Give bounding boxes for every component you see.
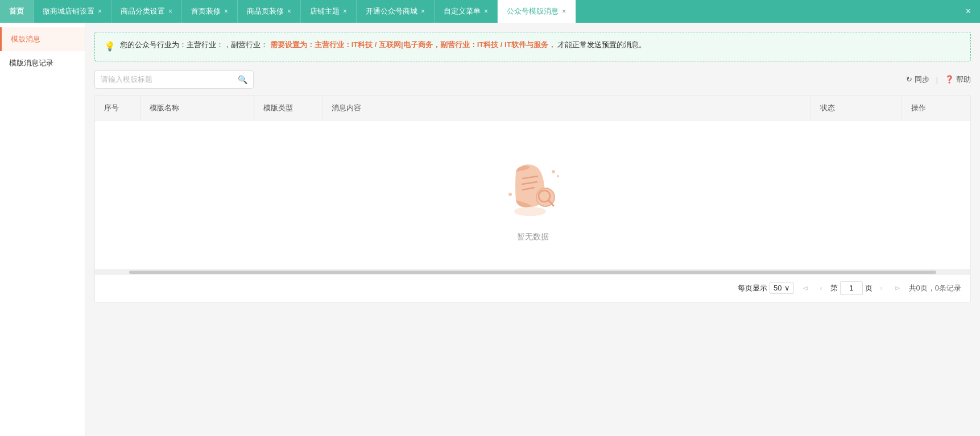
alert-banner: 💡 您的公众号行业为：主营行业：，副营行业： 需要设置为：主营行业：IT科技 /… <box>94 32 971 61</box>
tab-home-decor-label: 首页装修 <box>191 6 221 16</box>
tab-product-decor-label: 商品页装修 <box>247 6 284 16</box>
col-status: 状态 <box>811 96 902 120</box>
toolbar-divider: | <box>936 75 938 84</box>
alert-highlight: 需要设置为：主营行业：IT科技 / 互联网|电子商务，副营行业：IT科技 / I… <box>270 40 556 49</box>
tab-store-settings-close[interactable]: × <box>98 7 102 15</box>
search-input[interactable] <box>101 75 238 84</box>
tab-store-theme-label: 店铺主题 <box>310 6 340 16</box>
sidebar: 模版消息 模版消息记录 <box>0 23 85 436</box>
sidebar-item-template-msg-record-label: 模版消息记录 <box>9 59 53 67</box>
tab-store-settings-label: 微商城店铺设置 <box>43 6 94 16</box>
page-size-chevron-icon: ∨ <box>784 284 790 292</box>
empty-state: 暂无数据 <box>95 121 970 265</box>
svg-point-0 <box>514 207 546 216</box>
page-input[interactable] <box>840 281 863 295</box>
tab-open-mall-close[interactable]: × <box>421 7 425 15</box>
help-label: 帮助 <box>956 74 971 85</box>
data-table: 序号 模版名称 模版类型 消息内容 状态 操作 <box>94 95 971 302</box>
svg-point-7 <box>552 170 555 173</box>
tab-custom-menu-close[interactable]: × <box>484 7 488 15</box>
alert-text: 您的公众号行业为：主营行业：，副营行业： 需要设置为：主营行业：IT科技 / 互… <box>120 39 646 51</box>
page-size-value: 50 <box>774 284 781 292</box>
page-navigation: ⊲ ‹ 第 页 › ⊳ <box>799 281 904 295</box>
help-button[interactable]: ❓ 帮助 <box>945 74 971 85</box>
page-label: 第 <box>830 283 838 293</box>
total-info: 共0页，0条记录 <box>909 283 961 293</box>
tab-template-msg[interactable]: 公众号模版消息 × <box>498 0 576 23</box>
page-last-button[interactable]: ⊳ <box>891 281 904 295</box>
alert-suffix: 才能正常发送预置的消息。 <box>557 40 646 49</box>
page-size-select-box[interactable]: 50 ∨ <box>770 282 793 294</box>
search-icon[interactable]: 🔍 <box>238 75 247 84</box>
pagination: 每页显示 50 ∨ ⊲ ‹ 第 页 › ⊳ 共0页，0条记录 <box>95 274 970 302</box>
page-unit: 页 <box>865 283 873 293</box>
page-size-label: 每页显示 <box>738 283 767 293</box>
tab-product-decor[interactable]: 商品页装修 × <box>238 0 301 23</box>
tab-category-settings[interactable]: 商品分类设置 × <box>111 0 182 23</box>
sync-icon: ↻ <box>906 75 912 84</box>
page-first-button[interactable]: ⊲ <box>799 281 812 295</box>
sync-label: 同步 <box>915 74 929 85</box>
alert-prefix: 您的公众号行业为：主营行业：，副营行业： <box>120 40 268 49</box>
tab-home-decor-close[interactable]: × <box>224 7 228 15</box>
tab-open-mall-label: 开通公众号商城 <box>366 6 417 16</box>
page-next-button[interactable]: › <box>875 281 888 295</box>
tab-template-msg-close[interactable]: × <box>562 7 566 15</box>
col-content: 消息内容 <box>322 96 811 120</box>
svg-point-8 <box>557 175 559 177</box>
tab-store-settings[interactable]: 微商城店铺设置 × <box>34 0 111 23</box>
sidebar-item-template-msg-record[interactable]: 模版消息记录 <box>0 51 85 75</box>
tab-template-msg-label: 公众号模版消息 <box>507 6 559 16</box>
bulb-icon: 💡 <box>104 39 115 54</box>
content-area: 💡 您的公众号行业为：主营行业：，副营行业： 需要设置为：主营行业：IT科技 /… <box>85 23 980 436</box>
help-icon: ❓ <box>945 75 954 84</box>
search-input-wrap[interactable]: 🔍 <box>94 70 254 89</box>
page-size-selector: 每页显示 50 ∨ <box>738 282 793 294</box>
toolbar-right: ↻ 同步 | ❓ 帮助 <box>906 74 971 85</box>
tab-custom-menu-label: 自定义菜单 <box>444 6 481 16</box>
col-seq: 序号 <box>95 96 140 120</box>
top-navigation: 首页 微商城店铺设置 × 商品分类设置 × 首页装修 × 商品页装修 × 店铺主… <box>0 0 980 23</box>
svg-point-9 <box>508 193 512 196</box>
tab-store-theme[interactable]: 店铺主题 × <box>301 0 357 23</box>
tab-category-settings-close[interactable]: × <box>168 7 172 15</box>
col-name: 模版名称 <box>140 96 254 120</box>
scrollbar-thumb[interactable] <box>129 271 936 274</box>
col-action: 操作 <box>902 96 970 120</box>
tab-home[interactable]: 首页 <box>0 0 34 23</box>
main-layout: 模版消息 模版消息记录 💡 您的公众号行业为：主营行业：，副营行业： 需要设置为… <box>0 23 980 436</box>
sidebar-item-template-msg[interactable]: 模版消息 <box>0 27 85 51</box>
tab-custom-menu[interactable]: 自定义菜单 × <box>435 0 498 23</box>
sidebar-item-template-msg-label: 模版消息 <box>11 35 40 43</box>
empty-illustration <box>499 155 567 223</box>
tab-store-theme-close[interactable]: × <box>343 7 347 15</box>
tab-category-settings-label: 商品分类设置 <box>121 6 165 16</box>
global-close-button[interactable]: × <box>957 6 980 16</box>
table-header: 序号 模版名称 模版类型 消息内容 状态 操作 <box>95 96 970 121</box>
empty-text: 暂无数据 <box>517 232 549 242</box>
horizontal-scrollbar[interactable] <box>95 269 970 274</box>
page-prev-button[interactable]: ‹ <box>814 281 828 295</box>
tab-home-label: 首页 <box>9 6 24 16</box>
sync-button[interactable]: ↻ 同步 <box>906 74 929 85</box>
col-type: 模版类型 <box>254 96 322 120</box>
tab-home-decor[interactable]: 首页装修 × <box>182 0 238 23</box>
tab-open-mall[interactable]: 开通公众号商城 × <box>357 0 435 23</box>
search-bar: 🔍 ↻ 同步 | ❓ 帮助 <box>94 70 971 89</box>
tab-product-decor-close[interactable]: × <box>287 7 291 15</box>
